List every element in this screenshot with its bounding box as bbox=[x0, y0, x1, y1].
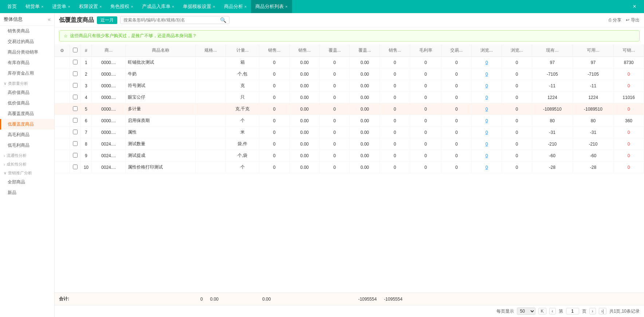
nav-product-analysis-list-close[interactable]: × bbox=[285, 4, 287, 9]
col-sales-x[interactable]: 销售... bbox=[380, 44, 410, 57]
nav-template-close[interactable]: × bbox=[213, 4, 215, 9]
nav-product-analysis-list[interactable]: 商品分析列表 × bbox=[251, 0, 292, 13]
page-number-input[interactable] bbox=[566, 308, 579, 314]
nav-product-inbound[interactable]: 产成品入库单 × bbox=[138, 0, 178, 13]
window-close-button[interactable]: × bbox=[628, 0, 641, 13]
row-checkbox-cell[interactable] bbox=[70, 115, 80, 127]
sidebar-item-low-coverage[interactable]: 低覆盖度商品 bbox=[0, 119, 54, 130]
sidebar-item-traded-products[interactable]: 交易过的商品 bbox=[0, 36, 54, 47]
search-icon[interactable]: 🔍 bbox=[220, 17, 226, 23]
row-settings[interactable] bbox=[55, 68, 70, 80]
sidebar-section-marketing[interactable]: ∨ 营销推广分析 bbox=[0, 168, 54, 177]
row-checkbox-cell[interactable] bbox=[70, 103, 80, 115]
export-button[interactable]: ↩ 导出 bbox=[626, 17, 640, 23]
row-settings[interactable] bbox=[55, 80, 70, 92]
row-checkbox[interactable] bbox=[73, 71, 78, 76]
row-checkbox[interactable] bbox=[73, 118, 78, 123]
sidebar-collapse-button[interactable]: « bbox=[48, 16, 51, 22]
row-checkbox-cell[interactable] bbox=[70, 162, 80, 173]
sidebar-section-growth[interactable]: › 成长性分析 bbox=[0, 159, 54, 168]
sidebar-section-cluster-analysis[interactable]: ∨ 类群量分析 bbox=[0, 79, 54, 87]
row-checkbox[interactable] bbox=[73, 83, 78, 88]
nav-product-analysis-close[interactable]: × bbox=[244, 4, 247, 9]
col-spec[interactable]: 规格... bbox=[196, 44, 226, 57]
row-checkbox-cell[interactable] bbox=[70, 138, 80, 150]
row-checkbox[interactable] bbox=[73, 60, 78, 64]
sidebar-item-high-gross[interactable]: 高毛利商品 bbox=[0, 130, 54, 140]
last-page-button[interactable]: ›| bbox=[599, 308, 606, 314]
col-sales-qty[interactable]: 销售... bbox=[259, 44, 290, 57]
row-checkbox-cell[interactable] bbox=[70, 68, 80, 80]
search-input[interactable] bbox=[123, 17, 220, 23]
row-browse1[interactable]: 0 bbox=[472, 127, 502, 138]
row-checkbox[interactable] bbox=[73, 153, 78, 158]
row-settings[interactable] bbox=[55, 150, 70, 162]
col-code[interactable]: 商... bbox=[91, 44, 125, 57]
sidebar-item-low-value[interactable]: 低价值商品 bbox=[0, 98, 54, 108]
col-sales-amt[interactable]: 销售... bbox=[289, 44, 319, 57]
row-browse1[interactable]: 0 bbox=[472, 150, 502, 162]
row-checkbox[interactable] bbox=[73, 95, 78, 99]
row-checkbox-cell[interactable] bbox=[70, 127, 80, 138]
sidebar-item-low-gross[interactable]: 低毛利商品 bbox=[0, 140, 54, 151]
nav-role-auth[interactable]: 角色授权 × bbox=[106, 0, 137, 13]
nav-permission-settings[interactable]: 权限设置 × bbox=[75, 0, 106, 13]
row-browse1[interactable]: 0 bbox=[472, 80, 502, 92]
col-coverage1[interactable]: 覆盖... bbox=[319, 44, 350, 57]
nav-purchase-order[interactable]: 进货单 × bbox=[48, 0, 74, 13]
sidebar-item-high-coverage[interactable]: 高覆盖度商品 bbox=[0, 108, 54, 119]
col-sellable[interactable]: 可销... bbox=[614, 44, 644, 57]
col-trade[interactable]: 交易... bbox=[441, 44, 472, 57]
row-browse1[interactable]: 0 bbox=[472, 57, 502, 68]
col-name[interactable]: 商品名称 bbox=[126, 44, 196, 57]
row-browse1[interactable]: 0 bbox=[472, 115, 502, 127]
sidebar-item-inventory-capital[interactable]: 库存资金占用 bbox=[0, 68, 54, 79]
row-checkbox[interactable] bbox=[73, 141, 78, 146]
col-unit[interactable]: 计量... bbox=[225, 44, 259, 57]
sidebar-item-category-sales-rate[interactable]: 商品分类动销率 bbox=[0, 47, 54, 58]
nav-permission-close[interactable]: × bbox=[99, 4, 102, 9]
col-gross-rate[interactable]: 毛利率 bbox=[410, 44, 441, 57]
sidebar-section-liquidity[interactable]: › 流通性分析 bbox=[0, 151, 54, 159]
col-available[interactable]: 可用... bbox=[573, 44, 613, 57]
nav-home[interactable]: 首页 bbox=[3, 0, 21, 13]
nav-sales-order[interactable]: 销货单 × bbox=[21, 0, 48, 13]
row-settings[interactable] bbox=[55, 162, 70, 173]
first-page-button[interactable]: K bbox=[538, 308, 546, 314]
row-checkbox-cell[interactable] bbox=[70, 57, 80, 68]
row-checkbox[interactable] bbox=[73, 106, 78, 111]
row-checkbox[interactable] bbox=[73, 165, 78, 169]
nav-sales-order-close[interactable]: × bbox=[41, 4, 43, 9]
row-checkbox-cell[interactable] bbox=[70, 150, 80, 162]
page-size-select[interactable]: 50 20 100 bbox=[517, 308, 535, 315]
col-current[interactable]: 现有... bbox=[532, 44, 573, 57]
row-settings[interactable] bbox=[55, 115, 70, 127]
row-settings[interactable] bbox=[55, 138, 70, 150]
nav-purchase-order-close[interactable]: × bbox=[68, 4, 70, 9]
nav-role-auth-close[interactable]: × bbox=[131, 4, 133, 9]
time-filter-button[interactable]: 近一月 bbox=[97, 16, 117, 24]
col-browse1[interactable]: 浏览... bbox=[472, 44, 502, 57]
row-checkbox[interactable] bbox=[73, 130, 78, 134]
row-checkbox-cell[interactable] bbox=[70, 80, 80, 92]
nav-product-analysis[interactable]: 商品分析 × bbox=[220, 0, 251, 13]
select-all-checkbox[interactable] bbox=[73, 48, 78, 52]
sidebar-item-high-value[interactable]: 高价值商品 bbox=[0, 87, 54, 98]
nav-template-settings[interactable]: 单据模板设置 × bbox=[178, 0, 219, 13]
row-browse1[interactable]: 0 bbox=[472, 103, 502, 115]
row-checkbox-cell[interactable] bbox=[70, 92, 80, 103]
col-browse2[interactable]: 浏览... bbox=[502, 44, 532, 57]
prev-page-button[interactable]: ‹ bbox=[549, 308, 556, 314]
sidebar-item-in-stock-products[interactable]: 有库存商品 bbox=[0, 58, 54, 68]
sidebar-item-all-products[interactable]: 全部商品 bbox=[0, 177, 54, 187]
row-browse1[interactable]: 0 bbox=[472, 92, 502, 103]
next-page-button[interactable]: › bbox=[589, 308, 596, 314]
row-settings[interactable] bbox=[55, 103, 70, 115]
row-settings[interactable] bbox=[55, 92, 70, 103]
sidebar-item-new-products[interactable]: 新品 bbox=[0, 187, 54, 198]
row-settings[interactable] bbox=[55, 127, 70, 138]
row-settings[interactable] bbox=[55, 57, 70, 68]
col-select-all[interactable] bbox=[70, 44, 80, 57]
sidebar-item-sales-products[interactable]: 销售类商品 bbox=[0, 26, 54, 36]
col-coverage2[interactable]: 覆盖... bbox=[350, 44, 380, 57]
